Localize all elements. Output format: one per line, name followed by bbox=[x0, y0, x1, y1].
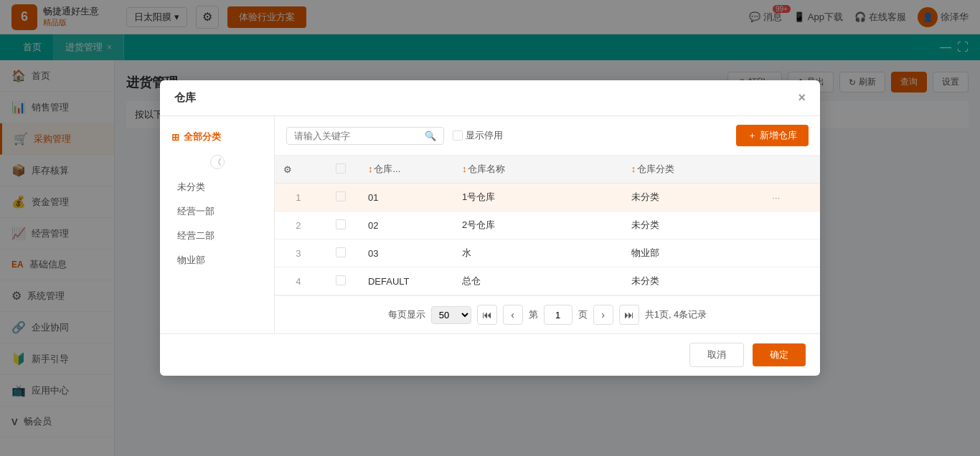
table-row[interactable]: 2 02 2号仓库 未分类 bbox=[275, 212, 820, 239]
show-disabled-checkbox[interactable] bbox=[453, 130, 463, 141]
row-1-category: 未分类 bbox=[623, 184, 764, 212]
row-2-code: 02 bbox=[359, 212, 453, 239]
row-1-select[interactable] bbox=[336, 191, 346, 201]
row-3-actions bbox=[763, 239, 820, 267]
row-4-num: 4 bbox=[275, 267, 322, 295]
row-4-checkbox[interactable] bbox=[322, 267, 359, 295]
row-2-checkbox[interactable] bbox=[322, 212, 359, 239]
cancel-button[interactable]: 取消 bbox=[689, 343, 744, 367]
modal-close-button[interactable]: × bbox=[798, 90, 806, 105]
row-3-category: 物业部 bbox=[623, 239, 764, 267]
modal-sidebar-item-2[interactable]: 经营二部 bbox=[160, 224, 274, 248]
row-4-code: DEFAULT bbox=[359, 267, 453, 295]
row-4-category: 未分类 bbox=[623, 267, 764, 295]
table-header-row: ⚙ ↕仓库... ↕仓库名称 bbox=[275, 156, 820, 184]
row-3-name: 水 bbox=[453, 239, 623, 267]
row-2-actions bbox=[763, 212, 820, 239]
page-last-button[interactable]: ⏭ bbox=[619, 305, 639, 325]
modal-sidebar: ⊞ 全部分类 《 未分类 经营一部 经营二部 物业部 bbox=[160, 116, 275, 333]
row-2-name: 2号仓库 bbox=[453, 212, 623, 239]
pagination: 每页显示 50 100 ⏮ ‹ 第 页 › ⏭ 共1页, 4条记录 bbox=[275, 295, 820, 333]
row-2-select[interactable] bbox=[336, 219, 346, 229]
table-row[interactable]: 1 01 1号仓库 未分类 ··· bbox=[275, 184, 820, 212]
grid-icon: ⊞ bbox=[171, 132, 179, 143]
confirm-button[interactable]: 确定 bbox=[753, 343, 806, 366]
search-box: 🔍 bbox=[286, 127, 444, 145]
modal-sidebar-item-3[interactable]: 物业部 bbox=[160, 248, 274, 272]
page-prev-button[interactable]: ‹ bbox=[503, 305, 523, 325]
row-3-checkbox[interactable] bbox=[322, 239, 359, 267]
row-2-num: 2 bbox=[275, 212, 322, 239]
row-4-select[interactable] bbox=[336, 275, 346, 285]
col-header-code: ↕仓库... bbox=[359, 156, 453, 184]
modal-sidebar-title: 全部分类 bbox=[184, 130, 221, 143]
table-row[interactable]: 4 DEFAULT 总仓 未分类 bbox=[275, 267, 820, 295]
row-4-actions bbox=[763, 267, 820, 295]
sort-name-icon: ↕ bbox=[462, 163, 467, 174]
page-size-label: 每页显示 bbox=[388, 308, 425, 321]
col-header-category: ↕仓库分类 bbox=[623, 156, 764, 184]
page-next-button[interactable]: › bbox=[593, 305, 613, 325]
col-header-name: ↕仓库名称 bbox=[453, 156, 623, 184]
total-label: 共1页, 4条记录 bbox=[645, 308, 707, 321]
page-first-button[interactable]: ⏮ bbox=[477, 305, 497, 325]
page-number-input[interactable] bbox=[544, 305, 573, 325]
row-1-name: 1号仓库 bbox=[453, 184, 623, 212]
settings-col-icon: ⚙ bbox=[283, 164, 292, 175]
row-4-name: 总仓 bbox=[453, 267, 623, 295]
modal-header: 仓库 × bbox=[160, 80, 820, 116]
row-1-num: 1 bbox=[275, 184, 322, 212]
modal-body: ⊞ 全部分类 《 未分类 经营一部 经营二部 物业部 🔍 bbox=[160, 116, 820, 333]
search-icon: 🔍 bbox=[425, 130, 436, 141]
modal-title: 仓库 bbox=[174, 91, 196, 105]
modal-overlay: 仓库 × ⊞ 全部分类 《 未分类 经营一部 经营二部 物业部 bbox=[0, 0, 980, 456]
show-disabled-label: 显示停用 bbox=[466, 129, 503, 142]
warehouse-table: ⚙ ↕仓库... ↕仓库名称 bbox=[275, 156, 820, 295]
modal-main: 🔍 显示停用 ＋ 新增仓库 ⚙ bbox=[275, 116, 820, 333]
add-warehouse-button[interactable]: ＋ 新增仓库 bbox=[736, 125, 809, 146]
search-input[interactable] bbox=[294, 130, 420, 141]
warehouse-modal: 仓库 × ⊞ 全部分类 《 未分类 经营一部 经营二部 物业部 bbox=[160, 80, 820, 376]
show-disabled-toggle[interactable]: 显示停用 bbox=[453, 129, 503, 142]
modal-sidebar-header[interactable]: ⊞ 全部分类 bbox=[160, 125, 274, 149]
col-header-checkbox[interactable] bbox=[322, 156, 359, 184]
row-1-code: 01 bbox=[359, 184, 453, 212]
modal-sidebar-item-1[interactable]: 经营一部 bbox=[160, 199, 274, 224]
page-label: 页 bbox=[578, 308, 588, 321]
sort-cat-icon: ↕ bbox=[631, 163, 636, 174]
col-header-actions bbox=[763, 156, 820, 184]
row-1-action-btn[interactable]: ··· bbox=[772, 192, 780, 203]
row-3-select[interactable] bbox=[336, 247, 346, 257]
row-1-actions: ··· bbox=[763, 184, 820, 212]
col-header-num: ⚙ bbox=[275, 156, 322, 184]
row-3-num: 3 bbox=[275, 239, 322, 267]
sort-code-icon: ↕ bbox=[368, 163, 373, 174]
row-1-checkbox[interactable] bbox=[322, 184, 359, 212]
table-row[interactable]: 3 03 水 物业部 bbox=[275, 239, 820, 267]
sidebar-collapse-button[interactable]: 《 bbox=[210, 155, 225, 169]
select-all-checkbox[interactable] bbox=[336, 163, 346, 174]
row-3-code: 03 bbox=[359, 239, 453, 267]
row-2-category: 未分类 bbox=[623, 212, 764, 239]
modal-sidebar-item-0[interactable]: 未分类 bbox=[160, 175, 274, 199]
page-size-select[interactable]: 50 100 bbox=[431, 306, 471, 324]
page-section-label: 第 bbox=[529, 308, 538, 321]
modal-footer: 取消 确定 bbox=[160, 333, 820, 376]
modal-toolbar: 🔍 显示停用 ＋ 新增仓库 bbox=[275, 116, 820, 156]
